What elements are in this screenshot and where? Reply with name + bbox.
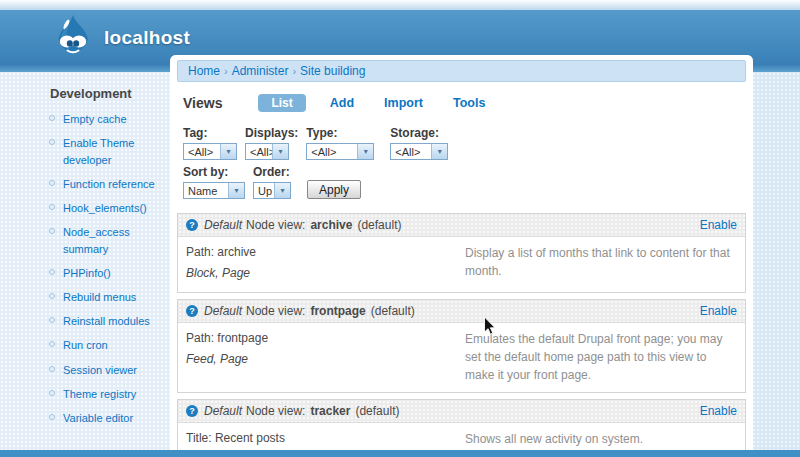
view-displays: Block, Page xyxy=(186,266,465,280)
view-suffix: (default) xyxy=(355,404,399,418)
view-description: Emulates the default Drupal front page; … xyxy=(465,328,737,384)
sidebar-item-rebuild-menus[interactable]: Rebuild menus xyxy=(50,289,169,306)
footer-bar xyxy=(0,450,800,457)
sidebar-item-enable-theme-developer[interactable]: Enable Theme developer xyxy=(50,135,169,169)
help-icon[interactable]: ? xyxy=(186,305,198,317)
bullet-circle-icon xyxy=(49,139,55,145)
bullet-circle-icon xyxy=(49,180,55,186)
view-displays: Feed, Page xyxy=(186,352,465,366)
breadcrumb-site-building[interactable]: Site building xyxy=(300,64,365,78)
chevron-down-icon[interactable]: ▾ xyxy=(220,144,236,159)
sidebar: Development Empty cache Enable Theme dev… xyxy=(0,72,170,450)
view-path: Path: archive xyxy=(186,245,465,259)
chevron-down-icon[interactable]: ▾ xyxy=(357,144,373,159)
top-strip xyxy=(0,0,800,10)
view-row-frontpage: ? Default Node view: frontpage (default)… xyxy=(177,299,746,393)
chevron-down-icon[interactable]: ▾ xyxy=(274,183,290,198)
sidebar-item-node-access-summary[interactable]: Node_access summary xyxy=(50,224,169,258)
order-select[interactable]: Up ▾ xyxy=(253,182,291,199)
sidebar-development-list: Empty cache Enable Theme developer Funct… xyxy=(50,111,168,427)
view-path: Path: frontpage xyxy=(186,331,465,345)
view-row-header: ? Default Node view: frontpage (default)… xyxy=(178,300,745,323)
view-kind: Node view: xyxy=(246,404,305,418)
view-name: archive xyxy=(310,218,352,232)
help-icon[interactable]: ? xyxy=(186,219,198,231)
order-label: Order: xyxy=(253,165,291,179)
view-row-header: ? Default Node view: tracker (default) E… xyxy=(178,400,745,423)
view-suffix: (default) xyxy=(371,304,415,318)
view-row-tracker: ? Default Node view: tracker (default) E… xyxy=(177,399,746,457)
sidebar-item-theme-registry[interactable]: Theme registry xyxy=(50,386,169,403)
sidebar-item-hook-elements[interactable]: Hook_elements() xyxy=(50,200,169,217)
view-kind: Node view: xyxy=(246,304,305,318)
bullet-circle-icon xyxy=(49,228,55,234)
view-prefix: Default xyxy=(204,404,242,418)
tab-import[interactable]: Import xyxy=(384,96,423,110)
view-name: frontpage xyxy=(310,304,365,318)
view-description: Display a list of months that link to co… xyxy=(465,242,737,284)
breadcrumb-home[interactable]: Home xyxy=(188,64,220,78)
view-name: tracker xyxy=(310,404,350,418)
breadcrumb-separator: › xyxy=(292,65,296,77)
view-prefix: Default xyxy=(204,218,242,232)
apply-button[interactable]: Apply xyxy=(307,180,361,199)
chevron-down-icon[interactable]: ▾ xyxy=(228,183,244,198)
storage-select[interactable]: <All> ▾ xyxy=(390,143,448,160)
bullet-circle-icon xyxy=(49,115,55,121)
help-icon[interactable]: ? xyxy=(186,405,198,417)
tab-tools[interactable]: Tools xyxy=(453,96,485,110)
tag-label: Tag: xyxy=(183,126,237,140)
view-title: Title: Recent posts xyxy=(186,431,465,445)
sidebar-section-development: Development xyxy=(50,86,168,101)
page-title: Views xyxy=(183,95,222,111)
content-panel: Home›Administer›Site building Views List… xyxy=(170,55,753,450)
breadcrumb: Home›Administer›Site building xyxy=(177,60,746,82)
tag-select[interactable]: <All> ▾ xyxy=(183,143,237,160)
tab-list[interactable]: List xyxy=(258,94,305,112)
view-kind: Node view: xyxy=(246,218,305,232)
sidebar-item-variable-editor[interactable]: Variable editor xyxy=(50,410,169,427)
bullet-circle-icon xyxy=(49,204,55,210)
site-name[interactable]: localhost xyxy=(104,27,190,49)
bullet-circle-icon xyxy=(49,317,55,323)
view-prefix: Default xyxy=(204,304,242,318)
displays-select[interactable]: <All> ▾ xyxy=(245,143,289,160)
view-suffix: (default) xyxy=(357,218,401,232)
type-label: Type: xyxy=(306,126,374,140)
tab-add[interactable]: Add xyxy=(330,96,354,110)
sort-by-label: Sort by: xyxy=(183,165,245,179)
bullet-circle-icon xyxy=(49,341,55,347)
sort-by-select[interactable]: Name ▾ xyxy=(183,182,245,199)
bullet-circle-icon xyxy=(49,366,55,372)
sidebar-item-session-viewer[interactable]: Session viewer xyxy=(50,362,169,379)
views-filters: Tag: <All> ▾ Displays: <All> ▾ Type: xyxy=(183,126,746,199)
sidebar-item-function-reference[interactable]: Function reference xyxy=(50,176,169,193)
bullet-circle-icon xyxy=(49,293,55,299)
view-row-archive: ? Default Node view: archive (default) E… xyxy=(177,213,746,293)
sidebar-item-empty-cache[interactable]: Empty cache xyxy=(50,111,169,128)
bullet-circle-icon xyxy=(49,414,55,420)
breadcrumb-administer[interactable]: Administer xyxy=(232,64,289,78)
enable-link[interactable]: Enable xyxy=(700,404,737,418)
druplicon-logo-icon[interactable] xyxy=(53,14,93,63)
view-row-header: ? Default Node view: archive (default) E… xyxy=(178,214,745,237)
sidebar-item-reinstall-modules[interactable]: Reinstall modules xyxy=(50,313,169,330)
displays-label: Displays: xyxy=(245,126,298,140)
enable-link[interactable]: Enable xyxy=(700,304,737,318)
storage-label: Storage: xyxy=(390,126,448,140)
chevron-down-icon[interactable]: ▾ xyxy=(272,144,288,159)
bullet-circle-icon xyxy=(49,390,55,396)
breadcrumb-separator: › xyxy=(224,65,228,77)
sidebar-item-run-cron[interactable]: Run cron xyxy=(50,337,169,354)
type-select[interactable]: <All> ▾ xyxy=(306,143,374,160)
bullet-circle-icon xyxy=(49,269,55,275)
chevron-down-icon[interactable]: ▾ xyxy=(431,144,447,159)
enable-link[interactable]: Enable xyxy=(700,218,737,232)
sidebar-item-phpinfo[interactable]: PHPinfo() xyxy=(50,265,169,282)
